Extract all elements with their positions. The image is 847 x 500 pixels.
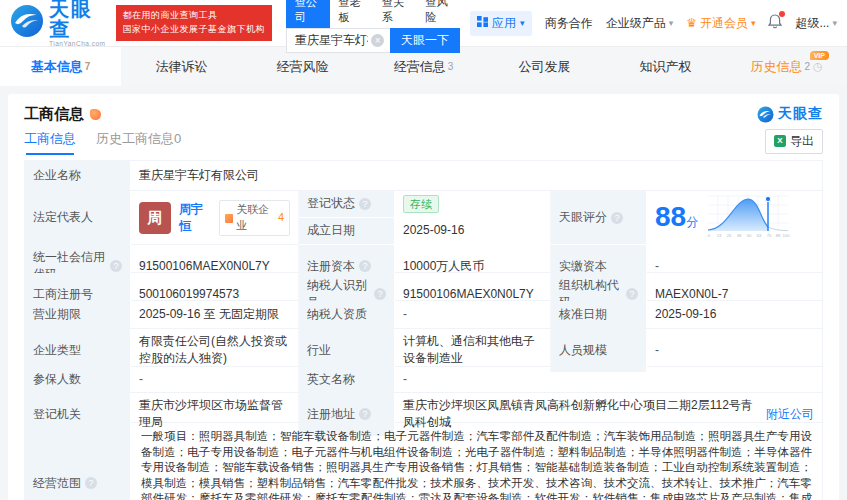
table-row: 企业名称 重庆星宇车灯有限公司 bbox=[25, 161, 822, 191]
tab-history-info[interactable]: 历史信息 2 ◷ VIP bbox=[726, 47, 847, 86]
insured-value: - bbox=[131, 367, 299, 392]
notification-dot bbox=[779, 11, 785, 17]
apps-grid-icon bbox=[477, 16, 488, 30]
english-name-label: 英文名称 bbox=[299, 367, 395, 392]
svg-text:13: 13 bbox=[717, 233, 722, 238]
svg-text:75: 75 bbox=[767, 233, 772, 238]
table-row: 企业类型 有限责任公司(自然人投资或控股的法人独资) 行业 计算机、通信和其他电… bbox=[25, 329, 822, 367]
business-info-table: 企业名称 重庆星宇车灯有限公司 法定代表人 周 周宇恒 关联企业 4 登记状态 … bbox=[24, 160, 823, 500]
svg-text:50: 50 bbox=[747, 233, 752, 238]
company-nav-tabs: 基本信息 7 法律诉讼 经营风险 经营信息 3 公司发展 知识产权 历史信息 2… bbox=[0, 46, 847, 86]
vip-badge: VIP bbox=[810, 51, 829, 60]
slogan-banner: 都在用的商业查询工具 国家中小企业发展子基金旗下机构 bbox=[116, 5, 273, 41]
help-icon[interactable]: ? bbox=[374, 288, 386, 300]
business-scope-value: 一般项目：照明器具制造；智能车载设备制造；电子元器件制造；汽车零部件及配件制造；… bbox=[131, 423, 822, 500]
related-companies-badge[interactable]: 关联企业 4 bbox=[219, 200, 290, 236]
tianyancha-logo[interactable]: 天眼查 TianYanCha.com bbox=[10, 0, 106, 47]
business-scope-label: 经营范围 bbox=[33, 475, 81, 492]
legal-rep-link[interactable]: 周宇恒 bbox=[179, 201, 211, 236]
chevron-down-icon: ▾ bbox=[669, 18, 674, 28]
notifications-button[interactable] bbox=[768, 14, 782, 32]
help-icon[interactable]: ? bbox=[359, 198, 371, 210]
status-badge: 存续 bbox=[403, 195, 439, 213]
score-distribution-chart: 0 13 25 38 50 63 75 88 100 bbox=[706, 192, 790, 243]
address-label: 注册地址 bbox=[307, 406, 355, 423]
approval-date-value: 2025-09-16 bbox=[647, 301, 822, 328]
table-row: 参保人数 - 英文名称 - bbox=[25, 367, 822, 393]
chevron-down-icon: ▾ bbox=[832, 18, 837, 28]
open-vip-menu[interactable]: ♛ 开通会员 ▾ bbox=[686, 15, 755, 32]
top-bar: 天眼查 TianYanCha.com 都在用的商业查询工具 国家中小企业发展子基… bbox=[0, 0, 847, 46]
tab-company-development[interactable]: 公司发展 bbox=[484, 47, 605, 86]
table-row: 法定代表人 周 周宇恒 关联企业 4 登记状态 ? 存续 bbox=[25, 191, 822, 245]
related-count: 4 bbox=[278, 210, 284, 226]
top-menu: 应用 ▾ 商务合作 企业级产品 ▾ ♛ 开通会员 ▾ 超级... ▾ bbox=[470, 11, 837, 36]
search-tab-company[interactable]: 查公司 bbox=[286, 0, 330, 28]
subtab-history-business-info[interactable]: 历史工商信息0 bbox=[96, 130, 181, 153]
table-row: 工商注册号 500106019974573 纳税人识别号 ? 91500106M… bbox=[25, 273, 822, 301]
tab-business-info[interactable]: 经营信息 3 bbox=[363, 47, 484, 86]
table-row: 营业期限 2025-09-16 至 无固定期限 纳税人资质 - 核准日期 202… bbox=[25, 301, 822, 329]
tianyancha-logo-icon bbox=[10, 4, 44, 42]
industry-label: 行业 bbox=[299, 329, 395, 372]
legal-rep-avatar[interactable]: 周 bbox=[139, 202, 171, 234]
tab-count: 3 bbox=[448, 61, 454, 72]
table-row: 统一社会信用代码 ? 91500106MAEX0N0L7Y 注册资本 ? 100… bbox=[25, 245, 822, 273]
legal-rep-label: 法定代表人 bbox=[25, 191, 131, 245]
tab-basic-info[interactable]: 基本信息 7 bbox=[0, 47, 121, 86]
search-tab-relation[interactable]: 查关系 bbox=[373, 0, 417, 28]
company-name-value: 重庆星宇车灯有限公司 bbox=[131, 161, 822, 190]
establish-date-value: 2025-09-16 bbox=[395, 218, 551, 245]
company-type-value: 有限责任公司(自然人投资或控股的法人独资) bbox=[131, 329, 299, 372]
staff-size-label: 人员规模 bbox=[551, 329, 647, 372]
tab-count: 2 bbox=[804, 61, 810, 72]
approval-date-label: 核准日期 bbox=[551, 301, 647, 328]
svg-text:25: 25 bbox=[727, 233, 732, 238]
export-button[interactable]: X 导出 bbox=[765, 129, 823, 154]
nearby-companies-link[interactable]: 附近公司 bbox=[766, 406, 814, 423]
svg-text:0: 0 bbox=[708, 233, 711, 238]
help-icon[interactable]: ? bbox=[359, 408, 371, 420]
username: 超级... bbox=[795, 15, 829, 32]
brand-name: 天眼查 bbox=[49, 0, 106, 39]
tianyancha-logo-icon bbox=[757, 106, 774, 123]
search-box: 查公司 查老板 查关系 查风险 × 天眼一下 bbox=[286, 0, 460, 53]
establish-date-label: 成立日期 bbox=[307, 222, 355, 239]
watermark-logo: 天眼查 bbox=[757, 105, 823, 123]
enterprise-products-menu[interactable]: 企业级产品 ▾ bbox=[606, 15, 674, 32]
score-chart-ticks: 0 13 25 38 50 63 75 88 100 bbox=[708, 233, 790, 238]
insured-label: 参保人数 bbox=[25, 367, 131, 392]
taxpayer-quality-label: 纳税人资质 bbox=[299, 301, 395, 328]
score-label: 天眼评分 bbox=[559, 209, 607, 226]
apps-label: 应用 bbox=[492, 15, 516, 32]
excel-icon: X bbox=[774, 135, 786, 147]
help-icon[interactable]: ? bbox=[110, 260, 122, 272]
industry-value: 计算机、通信和其他电子设备制造业 bbox=[395, 329, 551, 372]
svg-text:38: 38 bbox=[737, 233, 742, 238]
help-icon[interactable]: ? bbox=[626, 288, 638, 300]
slogan-line2: 国家中小企业发展子基金旗下机构 bbox=[123, 23, 266, 37]
search-tab-boss[interactable]: 查老板 bbox=[330, 0, 374, 28]
clear-search-icon[interactable]: × bbox=[371, 34, 384, 47]
company-type-label: 企业类型 bbox=[25, 329, 131, 372]
tab-intellectual-property[interactable]: 知识产权 bbox=[605, 47, 726, 86]
apps-menu[interactable]: 应用 ▾ bbox=[470, 11, 532, 36]
subtab-business-info[interactable]: 工商信息 bbox=[24, 130, 76, 153]
search-tab-risk[interactable]: 查风险 bbox=[417, 0, 461, 28]
business-cooperation-menu[interactable]: 商务合作 bbox=[545, 15, 593, 32]
staff-size-value: - bbox=[647, 329, 822, 372]
tab-operating-risk[interactable]: 经营风险 bbox=[242, 47, 363, 86]
watermark-text: 天眼查 bbox=[778, 105, 823, 123]
table-row: 登记机关 重庆市沙坪坝区市场监督管理局 注册地址 ? 重庆市沙坪坝区凤凰镇青凤高… bbox=[25, 393, 822, 423]
help-icon[interactable]: ? bbox=[611, 212, 623, 224]
slogan-line1: 都在用的商业查询工具 bbox=[123, 9, 266, 23]
user-account-menu[interactable]: 超级... ▾ bbox=[795, 15, 837, 32]
business-info-card: 工商信息 天眼查 工商信息 历史工商信息0 X 导出 企业名称 重庆星宇车灯有限… bbox=[8, 94, 839, 500]
business-term-label: 营业期限 bbox=[25, 301, 131, 328]
section-title: 工商信息 bbox=[24, 105, 84, 124]
help-icon[interactable]: ? bbox=[85, 477, 97, 489]
score-value: 88 bbox=[655, 201, 686, 232]
svg-text:63: 63 bbox=[757, 233, 762, 238]
help-icon[interactable]: ? bbox=[359, 260, 371, 272]
tab-legal-litigation[interactable]: 法律诉讼 bbox=[121, 47, 242, 86]
